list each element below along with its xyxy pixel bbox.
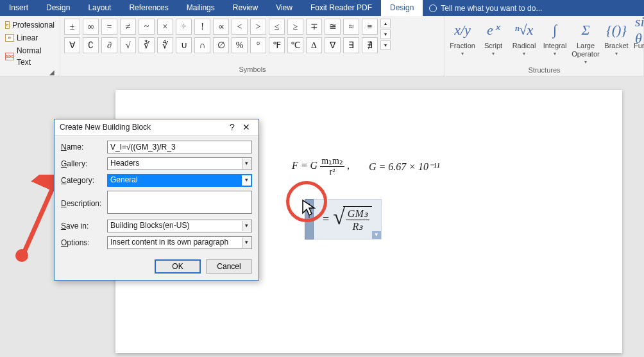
gallery-label: Gallery: — [61, 159, 107, 168]
symbol-∂[interactable]: ∂ — [101, 37, 117, 53]
tools-group: e Professional e Linear abc Normal Text … — [0, 16, 60, 76]
symbol-∀[interactable]: ∀ — [64, 37, 80, 53]
bulb-icon — [429, 4, 437, 12]
symbol-row-2: ∀∁∂√∛∜∪∩∅%°℉℃∆∇∃∄ — [64, 37, 441, 53]
tab-design[interactable]: Design — [37, 0, 79, 16]
chevron-down-icon: ▾ — [492, 51, 495, 57]
symbol-÷[interactable]: ÷ — [176, 19, 192, 35]
symbol-<[interactable]: < — [232, 19, 248, 35]
integral-icon: ∫ — [553, 19, 557, 42]
equation-options-dropdown[interactable]: ▼ — [372, 231, 381, 239]
ribbon-body: e Professional e Linear abc Normal Text … — [0, 16, 644, 76]
savein-select[interactable]: Building Blocks(en-US)▾ — [107, 220, 252, 232]
structure-large-op[interactable]: ΣLargeOperator▾ — [573, 19, 598, 65]
symbol-℉[interactable]: ℉ — [269, 37, 285, 53]
tab-layout[interactable]: Layout — [79, 0, 120, 16]
tab-mailings[interactable]: Mailings — [178, 0, 224, 16]
symbol-≈[interactable]: ≈ — [343, 19, 359, 35]
symbol-≡[interactable]: ≡ — [362, 19, 378, 35]
symbol-∃[interactable]: ∃ — [343, 37, 359, 53]
large-op-icon: Σ — [581, 19, 589, 42]
symbol-√[interactable]: √ — [120, 37, 136, 53]
professional-icon: e — [5, 21, 10, 29]
symbol-∝[interactable]: ∝ — [213, 19, 229, 35]
symbols-group-label: Symbols — [64, 64, 441, 73]
cancel-button[interactable]: Cancel — [206, 259, 252, 274]
symbol-![interactable]: ! — [194, 19, 210, 35]
symbol-∅[interactable]: ∅ — [213, 37, 229, 53]
symbol-≠[interactable]: ≠ — [120, 19, 136, 35]
symbol-∪[interactable]: ∪ — [176, 37, 192, 53]
symbol-∓[interactable]: ∓ — [306, 19, 322, 35]
options-select[interactable]: Insert content in its own paragraph▾ — [107, 236, 252, 249]
symbol-row-1: ±∞=≠~×÷!∝<>≤≥∓≅≈≡▴▾▾ — [64, 19, 441, 35]
chevron-down-icon: ▾ — [615, 51, 618, 57]
structure-fraction[interactable]: x/yFraction▾ — [450, 19, 475, 57]
symbol-℃[interactable]: ℃ — [287, 37, 303, 53]
symbol-∩[interactable]: ∩ — [194, 37, 210, 53]
equation-line-1: F = G m₁m₂ r² , G = 6.67 × 10⁻¹¹ — [292, 155, 440, 177]
cursor-icon — [301, 199, 317, 219]
tab-insert[interactable]: Insert — [0, 0, 37, 16]
chevron-down-icon: ▾ — [523, 51, 525, 57]
ok-button[interactable]: OK — [155, 259, 201, 274]
name-input[interactable] — [107, 141, 252, 153]
structure-script[interactable]: eˣScript▾ — [481, 19, 505, 57]
professional-button[interactable]: e Professional — [4, 19, 56, 31]
dialog-title: Create New Building Block — [60, 123, 151, 132]
symbol-±[interactable]: ± — [64, 19, 80, 35]
chevron-down-icon: ▾ — [461, 51, 464, 57]
structure-function[interactable]: sin θFunction▾ — [635, 19, 644, 57]
tab-references[interactable]: References — [120, 0, 177, 16]
symbol-°[interactable]: ° — [250, 37, 266, 53]
symbol-=[interactable]: = — [101, 19, 117, 35]
symbol->[interactable]: > — [250, 19, 266, 35]
symbol-gallery-spin[interactable]: ▴ — [380, 19, 391, 28]
normal-text-button[interactable]: abc Normal Text — [4, 44, 56, 69]
dialog-help-button[interactable]: ? — [225, 122, 239, 132]
symbol-∇[interactable]: ∇ — [325, 37, 341, 53]
chevron-down-icon: ▾ — [554, 51, 556, 57]
dialog-close-button[interactable]: ✕ — [239, 122, 253, 132]
dialog-launcher-tools[interactable]: ◢ — [4, 69, 56, 76]
structure-radical[interactable]: ⁿ√xRadical▾ — [512, 19, 536, 57]
structure-integral[interactable]: ∫Integral▾ — [543, 19, 567, 57]
symbol-≅[interactable]: ≅ — [325, 19, 341, 35]
symbol-∁[interactable]: ∁ — [83, 37, 99, 53]
symbol-~[interactable]: ~ — [139, 19, 155, 35]
tab-review[interactable]: Review — [224, 0, 267, 16]
bracket-icon: {()} — [606, 19, 627, 42]
script-icon: eˣ — [487, 19, 500, 42]
savein-label: Save in: — [61, 222, 107, 231]
function-icon: sin θ — [635, 19, 644, 42]
tell-me-placeholder: Tell me what you want to do... — [441, 4, 542, 13]
symbol-%[interactable]: % — [232, 37, 248, 53]
svg-line-1 — [24, 182, 55, 252]
linear-icon: e — [5, 34, 14, 42]
category-label: Category: — [61, 176, 107, 185]
structure-bracket[interactable]: {()}Bracket▾ — [604, 19, 629, 57]
symbols-group: ±∞=≠~×÷!∝<>≤≥∓≅≈≡▴▾▾ ∀∁∂√∛∜∪∩∅%°℉℃∆∇∃∄ S… — [60, 16, 445, 76]
symbol-∛[interactable]: ∛ — [139, 37, 155, 53]
symbol-≤[interactable]: ≤ — [269, 19, 285, 35]
radical-icon: ⁿ√x — [515, 19, 534, 42]
symbol-∄[interactable]: ∄ — [362, 37, 378, 53]
symbol-≥[interactable]: ≥ — [287, 19, 303, 35]
structures-group: x/yFraction▾eˣScript▾ⁿ√xRadical▾∫Integra… — [445, 16, 644, 76]
symbol-∜[interactable]: ∜ — [157, 37, 173, 53]
gallery-select[interactable]: Headers▾ — [107, 157, 252, 170]
symbol-×[interactable]: × — [157, 19, 173, 35]
tab-view[interactable]: View — [267, 0, 301, 16]
symbol-∆[interactable]: ∆ — [306, 37, 322, 53]
symbol-∞[interactable]: ∞ — [83, 19, 99, 35]
category-select[interactable]: General▾ — [107, 174, 252, 187]
options-label: Options: — [61, 238, 107, 247]
structures-group-label: Structures — [450, 65, 638, 74]
name-label: Name: — [61, 143, 107, 152]
tell-me-search[interactable]: Tell me what you want to do... — [423, 4, 644, 13]
description-input[interactable] — [107, 191, 252, 214]
tab-foxit[interactable]: Foxit Reader PDF — [301, 0, 381, 16]
tab-equation-design[interactable]: Design — [381, 0, 423, 16]
linear-button[interactable]: e Linear — [4, 31, 56, 44]
ribbon-tabs: Insert Design Layout References Mailings… — [0, 0, 644, 16]
